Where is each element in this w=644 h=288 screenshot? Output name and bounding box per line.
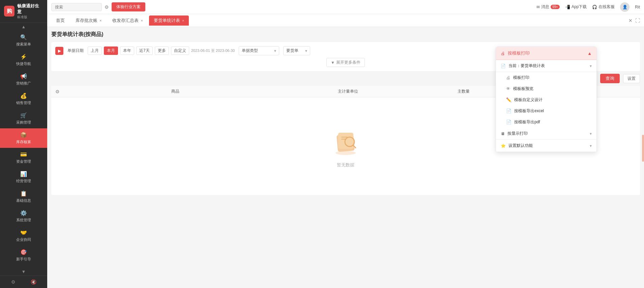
chevron-down-icon: ▾ bbox=[274, 49, 276, 53]
tab-expand-fullscreen[interactable]: ⛶ bbox=[635, 18, 640, 23]
date-btn-more[interactable]: 更多 bbox=[155, 46, 169, 55]
display-print-header[interactable]: 🖥 按显示打印 ▾ bbox=[496, 128, 596, 139]
username: Rit bbox=[635, 5, 640, 9]
current-template-section: 📄 当前：要货单统计表 ▾ bbox=[496, 60, 596, 72]
scrollbar[interactable] bbox=[642, 135, 644, 162]
template-custom-item[interactable]: ✏️ 模板自定义设计 bbox=[496, 94, 596, 105]
sidebar-item-label: 快捷导航 bbox=[16, 61, 31, 66]
logo-text: 畅康通好生意 标准版 bbox=[17, 3, 43, 19]
online-service-button[interactable]: 🎧 在线客服 bbox=[592, 4, 615, 10]
gear-icon: ⚙️ bbox=[20, 210, 27, 216]
app-version: 标准版 bbox=[17, 15, 43, 19]
tab-receipts-summary[interactable]: 收发存汇总表 × bbox=[108, 15, 147, 26]
chart-icon: 📊 bbox=[20, 171, 27, 177]
sidebar-item-sales[interactable]: 💰 销售管理 bbox=[0, 89, 47, 109]
date-btn-custom[interactable]: 自定义 bbox=[171, 46, 189, 55]
sidebar-item-marketing[interactable]: 📢 营销推广 bbox=[0, 70, 47, 89]
print-dropdown-controls: ▲ bbox=[587, 51, 592, 56]
sidebar-item-label: 企业协同 bbox=[16, 237, 31, 242]
column-settings-icon[interactable]: ⚙ bbox=[55, 89, 60, 94]
sidebar-item-purchase[interactable]: 🛒 采购管理 bbox=[0, 109, 47, 128]
sidebar-item-guide[interactable]: 🎯 新手引导 bbox=[0, 246, 47, 265]
current-template-left: 📄 当前：要货单统计表 bbox=[501, 63, 545, 69]
date-btn-last-month[interactable]: 上月 bbox=[88, 46, 102, 55]
target-icon: 🎯 bbox=[20, 249, 27, 255]
sidebar-item-system[interactable]: ⚙️ 系统管理 bbox=[0, 206, 47, 226]
filter-expand-button[interactable]: ▶ bbox=[55, 47, 63, 55]
sidebar: 购 畅康通好生意 标准版 ▲ 🔍 搜索菜单 ⚡ 快捷导航 📢 营销推广 💰 销售… bbox=[0, 0, 47, 288]
sidebar-item-base[interactable]: 📋 基础信息 bbox=[0, 187, 47, 206]
settings-button[interactable]: 设置 bbox=[623, 74, 640, 83]
tab-home[interactable]: 首页 bbox=[51, 15, 69, 26]
empty-text: 暂无数据 bbox=[337, 162, 354, 168]
logo-area: 购 畅康通好生意 标准版 bbox=[0, 0, 47, 23]
sidebar-item-inventory[interactable]: 📦 库存核算 bbox=[0, 128, 47, 148]
query-button[interactable]: 查询 bbox=[600, 74, 620, 83]
date-btn-this-year[interactable]: 本年 bbox=[120, 46, 134, 55]
message-button[interactable]: ✉ 消息 99+ bbox=[536, 4, 560, 10]
print-dropdown-header: 🖨 按模板打印 ▲ bbox=[496, 47, 596, 60]
sidebar-item-finance[interactable]: 💳 资金管理 bbox=[0, 148, 47, 167]
sidebar-item-label: 新手引导 bbox=[16, 257, 31, 262]
sidebar-item-label: 资金管理 bbox=[16, 159, 31, 164]
date-btn-7days[interactable]: 近7天 bbox=[136, 46, 153, 55]
settings-footer-icon[interactable]: ⚙ bbox=[11, 279, 16, 285]
tab-home-label: 首页 bbox=[56, 18, 65, 24]
app-download-button[interactable]: 📲 App下载 bbox=[565, 4, 587, 10]
svg-point-0 bbox=[335, 151, 356, 155]
print-dropdown-title-area: 🖨 按模板打印 bbox=[501, 50, 530, 56]
flash-icon: ⚡ bbox=[20, 54, 27, 60]
sidebar-item-apps[interactable]: 📱 应用中心 bbox=[0, 265, 47, 268]
search-input[interactable] bbox=[51, 3, 102, 11]
display-print-icon: 🖥 bbox=[501, 131, 505, 136]
template-pdf-item[interactable]: 📄 按模板导出pdf bbox=[496, 117, 596, 128]
date-filter-label: 单据日期 bbox=[67, 48, 84, 54]
search-icon: 🔍 bbox=[20, 34, 27, 40]
sidebar-item-quick-nav[interactable]: ⚡ 快捷导航 bbox=[0, 50, 47, 70]
message-icon: ✉ bbox=[536, 5, 540, 9]
order-category-select[interactable]: 要货单 ▾ bbox=[283, 46, 310, 55]
current-template-header[interactable]: 📄 当前：要货单统计表 ▾ bbox=[496, 60, 596, 72]
message-badge: 99+ bbox=[551, 5, 560, 9]
sidebar-scroll-down[interactable]: ▼ bbox=[0, 268, 47, 276]
doc-type-label: 单据类型 bbox=[242, 48, 258, 54]
col-header-goods: 商品 bbox=[62, 89, 289, 94]
set-default-icon: ⭐ bbox=[501, 143, 506, 148]
sidebar-scroll-up[interactable]: ▲ bbox=[0, 23, 47, 31]
set-default-arrow: ▾ bbox=[590, 143, 592, 148]
sound-footer-icon[interactable]: 🔇 bbox=[31, 279, 36, 285]
tab-close-icon[interactable]: × bbox=[141, 19, 143, 23]
date-btn-this-month[interactable]: 本月 bbox=[104, 46, 118, 55]
download-icon: 📲 bbox=[565, 5, 570, 9]
user-avatar[interactable]: 👤 bbox=[620, 2, 630, 12]
sidebar-item-operations[interactable]: 📊 经营管理 bbox=[0, 167, 47, 187]
template-preview-item[interactable]: 👁 模板板预览 bbox=[496, 83, 596, 94]
online-service-label: 在线客服 bbox=[598, 4, 615, 10]
tab-order-stats[interactable]: 要货单统计表 × bbox=[149, 15, 189, 26]
logo-icon: 购 bbox=[4, 6, 14, 17]
template-excel-label: 按模板导出excel bbox=[514, 108, 544, 114]
print-dropdown-collapse[interactable]: ▲ bbox=[587, 51, 592, 56]
settings-icon[interactable]: ⚙ bbox=[105, 4, 109, 10]
display-print-section: 🖥 按显示打印 ▾ bbox=[496, 128, 596, 140]
trial-button[interactable]: 体验行业方案 bbox=[112, 2, 145, 11]
megaphone-icon: 📢 bbox=[20, 73, 27, 79]
main-area: ⚙ 体验行业方案 ✉ 消息 99+ 📲 App下载 🎧 在线客服 👤 Rit bbox=[47, 0, 644, 288]
sidebar-item-search[interactable]: 🔍 搜索菜单 bbox=[0, 31, 47, 50]
template-custom-label: 模板自定义设计 bbox=[514, 97, 543, 103]
tab-expand-close[interactable]: ✕ bbox=[628, 18, 633, 23]
set-default-left: ⭐ 设置默认功能 bbox=[501, 143, 533, 149]
doc-type-select[interactable]: 单据类型 ▾ bbox=[239, 46, 279, 55]
template-print-item[interactable]: 🖨 模板打印 bbox=[496, 72, 596, 83]
template-excel-item[interactable]: 📄 按模板导出excel bbox=[496, 105, 596, 117]
sidebar-footer: ⚙ 🔇 bbox=[0, 276, 47, 288]
set-default-header[interactable]: ⭐ 设置默认功能 ▾ bbox=[496, 140, 596, 152]
current-template-label: 当前：要货单统计表 bbox=[508, 63, 545, 69]
tab-close-icon[interactable]: × bbox=[182, 19, 184, 23]
sidebar-item-enterprise[interactable]: 🤝 企业协同 bbox=[0, 226, 47, 246]
excel-icon: 📄 bbox=[506, 108, 511, 114]
tab-close-icon[interactable]: × bbox=[99, 19, 101, 23]
expand-more-button[interactable]: ▼ 展开更多条件 bbox=[326, 58, 365, 67]
current-template-icon: 📄 bbox=[501, 64, 506, 68]
tab-batch-accounts[interactable]: 库存批次账 × bbox=[71, 15, 106, 26]
